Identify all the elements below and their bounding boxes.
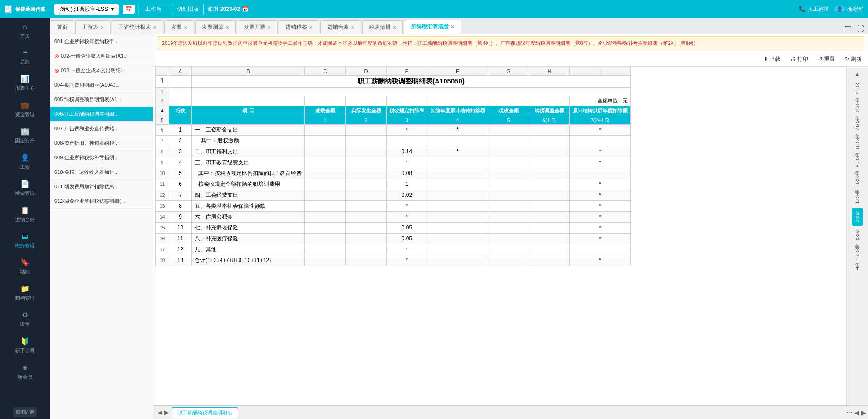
year-down-btn[interactable]: ▼ <box>853 263 863 273</box>
workspace-btn[interactable]: 工作台 <box>138 4 168 15</box>
left-item-012[interactable]: 012-减免企业所得税优惠明细(... <box>50 194 153 209</box>
support-link[interactable]: 📞 人工咨询 <box>799 5 829 13</box>
topbar-right: 📞 人工咨询 👤 徐淀华 <box>799 5 863 13</box>
sidebar-item-label: 设置 <box>20 321 30 328</box>
sidebar-item-invoice[interactable]: 📄 发票管理 <box>0 175 50 201</box>
user-menu[interactable]: 👤 徐淀华 <box>834 5 863 13</box>
left-item-005[interactable]: 005-纳税调整项目明细表(A1... <box>50 93 153 107</box>
tab-salary-close[interactable]: ✕ <box>100 25 104 30</box>
tab-home[interactable]: 首页 <box>50 20 74 34</box>
sidebar-item-close[interactable]: 🔖 结账 <box>0 253 50 280</box>
year-up-btn[interactable]: ▲ <box>853 68 863 79</box>
year-2023[interactable]: 2023年 <box>852 226 863 244</box>
sidebar-item-report[interactable]: 📊 报表中心 <box>0 70 50 96</box>
company-selector[interactable]: (勿动) 江西股宝-LSS ▼ <box>54 4 119 15</box>
left-item-011[interactable]: 011-研发费用加计扣除优惠... <box>50 180 153 194</box>
tab-salary-report[interactable]: 工资统计报表 ✕ <box>112 20 163 34</box>
sidebar-item-member[interactable]: ♛ 畅会员 <box>0 359 50 385</box>
spreadsheet-table: A B C D E F G H I <box>155 67 631 266</box>
tab-sales-ledger-close[interactable]: ✕ <box>351 25 354 30</box>
calendar-btn[interactable]: 📅 <box>123 5 135 14</box>
download-btn[interactable]: ⬇ 下载 <box>761 54 783 64</box>
sheet-tab-main[interactable]: 职工薪酬纳税调整明细表 <box>172 407 238 418</box>
tab-restore-btn[interactable]: 🗖 <box>843 24 853 34</box>
tab-invoice[interactable]: 发票 ✕ <box>164 20 194 34</box>
user-avatar-icon: 👤 <box>834 5 845 13</box>
year-2016[interactable]: 2016年 <box>852 97 863 116</box>
tab-tax-list[interactable]: 税表清册 ✕ <box>362 20 403 34</box>
year-2022[interactable]: 2022年 <box>852 208 863 226</box>
year-2021[interactable]: 2021年 <box>852 189 863 207</box>
reset-btn[interactable]: ↺ 重置 <box>815 54 838 64</box>
left-item-004[interactable]: 004-期间费用明细表(A1040... <box>50 78 153 93</box>
sheet-scroll-left[interactable]: ◀ <box>854 409 859 416</box>
sidebar-item-fixed-asset[interactable]: 🏢 固定资产 <box>0 122 50 149</box>
sidebar-item-label: 归档管理 <box>15 295 35 302</box>
sidebar-item-archive[interactable]: 📁 归档管理 <box>0 280 50 306</box>
year-2018[interactable]: 2018年 <box>852 134 863 152</box>
tab-maximize-btn[interactable]: ⛶ <box>855 24 866 34</box>
left-item-003[interactable]: ⊗ 003-一般企业成本支出明细... <box>50 63 153 78</box>
tab-invoice-open-close[interactable]: ✕ <box>267 25 271 30</box>
salary-icon: 👤 <box>20 153 29 162</box>
year-2015[interactable]: 2015年 <box>852 79 863 97</box>
left-item-007[interactable]: 007-广告费和业务宣传费赠... <box>50 122 153 136</box>
tab-salary-report-close[interactable]: ✕ <box>153 25 157 30</box>
item-001-label: 001-企业所得税年度纳税申... <box>54 38 118 45</box>
sidebar-item-label: 新手引导 <box>15 347 35 354</box>
tabbar-actions: 🗖 ⛶ <box>843 24 868 34</box>
left-item-002[interactable]: ⊗ 002-一般企业收入明细表(A1... <box>50 49 153 63</box>
sidebar-item-asset-mgmt[interactable]: 💼 资金管理 <box>0 96 50 122</box>
toolbar: ⬇ 下载 🖨 打印 ↺ 重置 ↻ 刷新 <box>153 52 868 67</box>
switch-btn[interactable]: 切到旧版 <box>172 4 204 15</box>
subheader-4: 4 <box>427 116 488 124</box>
sidebar-item-settings[interactable]: ⚙ 设置 <box>0 306 50 332</box>
subheader-7: 7(2+4-5) <box>570 116 631 124</box>
tab-salary-label: 工资表 <box>82 24 98 31</box>
left-item-008[interactable]: 008-资产折旧、摊销及纳税... <box>50 136 153 151</box>
sidebar-item-ledger[interactable]: ≡ 总账 <box>0 44 50 70</box>
tab-invoice-calc-close[interactable]: ✕ <box>226 25 229 30</box>
tab-tax-list-close[interactable]: ✕ <box>392 25 396 30</box>
tab-invoice-calc[interactable]: 发票测算 ✕ <box>195 20 236 34</box>
year-2019[interactable]: 2019年 <box>852 152 863 171</box>
tab-invoice-close[interactable]: ✕ <box>184 25 187 30</box>
period-calendar-icon[interactable]: 📅 <box>242 6 249 12</box>
tab-invoice-open-label: 发票开票 <box>244 24 265 31</box>
tab-income-tax[interactable]: 所得税汇算清缴 ✕ <box>404 20 461 34</box>
cancel-fixed-button[interactable]: 取消固定 <box>13 407 37 417</box>
left-item-006[interactable]: 006-职工薪酬纳税调整明细... <box>50 107 153 122</box>
year-2020[interactable]: 2020年 <box>852 171 863 189</box>
item-008-label: 008-资产折旧、摊销及纳税... <box>54 140 118 146</box>
sheet-next-btn[interactable]: ▶ <box>164 409 169 416</box>
year-2017[interactable]: 2017年 <box>852 116 863 134</box>
sidebar-item-salary[interactable]: 👤 工资 <box>0 149 50 175</box>
sheet-prev-btn[interactable]: ◀ <box>158 409 162 416</box>
table-row: 14 9 六、住房公积金 * * <box>156 211 631 222</box>
sales-ledger-icon: 📋 <box>20 206 29 214</box>
app-name: 畅捷通易代账 <box>15 6 45 13</box>
refresh-btn[interactable]: ↻ 刷新 <box>842 54 864 64</box>
print-btn[interactable]: 🖨 打印 <box>788 54 811 64</box>
table-row: 15 10 七、补充养老保险 0.05 * <box>156 222 631 233</box>
left-item-009[interactable]: 009-企业所得税弥补亏损明... <box>50 151 153 165</box>
year-2024[interactable]: 2024年 <box>852 244 863 263</box>
tab-invoice-open[interactable]: 发票开票 ✕ <box>237 20 278 34</box>
sheet-scroll-right[interactable]: ▶ <box>861 409 866 416</box>
tab-sales-check[interactable]: 进销稽核 ✕ <box>279 20 319 34</box>
sidebar-item-sales-ledger[interactable]: 📋 进销台账 <box>0 201 50 228</box>
tab-income-tax-close[interactable]: ✕ <box>451 24 454 29</box>
sidebar-item-guide[interactable]: 🔰 新手引导 <box>0 332 50 359</box>
tabbar: 首页 工资表 ✕ 工资统计报表 ✕ 发票 ✕ 发票测算 ✕ 发票开票 ✕ 进销稽… <box>50 18 868 34</box>
left-item-001[interactable]: 001-企业所得税年度纳税申... <box>50 34 153 49</box>
left-item-010[interactable]: 010-免税、减收收入及加计... <box>50 165 153 180</box>
sidebar-item-home[interactable]: ⌂ 首页 <box>0 18 50 44</box>
sheet-more-icon[interactable]: ⋯ <box>846 409 853 416</box>
tab-sales-ledger[interactable]: 进销台账 ✕ <box>320 20 361 34</box>
user-name: 徐淀华 <box>847 5 863 13</box>
tab-sales-check-close[interactable]: ✕ <box>309 25 313 30</box>
tab-salary[interactable]: 工资表 ✕ <box>75 20 111 34</box>
item-012-label: 012-减免企业所得税优惠明细(... <box>54 198 125 205</box>
sidebar-item-tax[interactable]: 🗂 税务管理 <box>0 228 50 253</box>
table-row: 3 金额单位：元 <box>156 96 631 106</box>
